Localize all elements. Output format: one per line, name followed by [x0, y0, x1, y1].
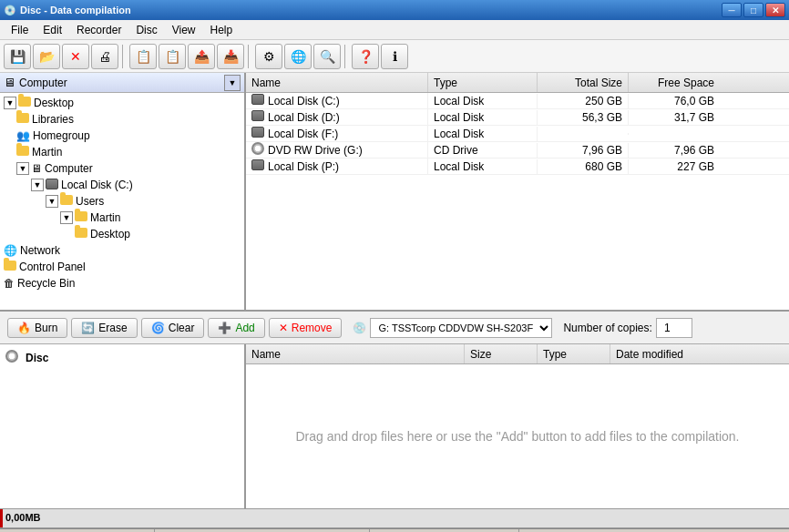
- toolbar-export[interactable]: 📤: [188, 44, 215, 69]
- maximize-button[interactable]: □: [743, 3, 763, 17]
- network-icon-homegroup: 👥: [16, 129, 30, 142]
- tree-item-computer[interactable]: ▼ 🖥 Computer: [2, 160, 242, 177]
- toolbar-open[interactable]: 📂: [33, 44, 60, 69]
- minimize-button[interactable]: ─: [722, 3, 742, 17]
- col-header-name[interactable]: Name: [246, 73, 428, 92]
- toolbar-delete[interactable]: ✕: [62, 44, 89, 69]
- tree-item-control-panel[interactable]: Control Panel: [2, 259, 242, 275]
- cd-icon-row3: [251, 142, 264, 158]
- drag-drop-area: Drag and drop files here or use the "Add…: [246, 364, 789, 508]
- disc-panel: Disc: [0, 344, 246, 508]
- expand-users[interactable]: ▼: [46, 195, 58, 208]
- col-header-total-size[interactable]: Total Size: [538, 73, 629, 92]
- tree-item-network[interactable]: 🌐 Network: [2, 242, 242, 259]
- progress-label: 0,00MB: [0, 509, 46, 526]
- drive-icon: 💿: [353, 322, 366, 334]
- file-cell-name-4: Local Disk (P:): [246, 159, 428, 174]
- folder-icon-libraries: [16, 113, 29, 126]
- copies-input[interactable]: [656, 318, 692, 338]
- toolbar-separator-1: [122, 45, 126, 68]
- files-col-type[interactable]: Type: [538, 344, 610, 363]
- window-controls: ─ □ ✕: [722, 3, 785, 17]
- files-col-modified[interactable]: Date modified: [610, 344, 789, 363]
- toolbar-settings[interactable]: ⚙: [255, 44, 282, 69]
- toolbar-new[interactable]: 💾: [4, 44, 31, 69]
- menu-edit[interactable]: Edit: [36, 22, 69, 38]
- burn-button[interactable]: 🔥 Burn: [7, 318, 67, 338]
- menu-disc[interactable]: Disc: [128, 22, 164, 38]
- copies-label: Number of copies:: [563, 322, 651, 334]
- menu-recorder[interactable]: Recorder: [69, 22, 128, 38]
- tree-item-users[interactable]: ▼ Users: [2, 193, 242, 210]
- folder-icon-control: [4, 261, 16, 273]
- main-content: 🖥 Computer ▼ ▼ Desktop Libraries: [0, 73, 789, 312]
- toolbar-help[interactable]: ❓: [352, 44, 379, 69]
- erase-icon: 🔄: [81, 322, 95, 334]
- tree-dropdown-button[interactable]: ▼: [224, 75, 241, 91]
- file-cell-free-0: 76,0 GB: [629, 94, 720, 108]
- menu-help[interactable]: Help: [203, 22, 241, 38]
- add-icon: ➕: [218, 322, 231, 334]
- tree-item-desktop[interactable]: ▼ Desktop: [2, 95, 242, 111]
- file-cell-size-3: 7,96 GB: [538, 143, 629, 158]
- toolbar-network[interactable]: 🌐: [284, 44, 312, 69]
- tree-panel: 🖥 Computer ▼ ▼ Desktop Libraries: [0, 73, 246, 310]
- expand-martin2[interactable]: ▼: [60, 211, 73, 224]
- col-header-free-space[interactable]: Free Space: [629, 73, 720, 92]
- files-col-size[interactable]: Size: [465, 344, 538, 363]
- files-col-name[interactable]: Name: [246, 344, 465, 363]
- remove-button[interactable]: ✕ Remove: [269, 318, 343, 338]
- expand-local-c[interactable]: ▼: [31, 179, 44, 191]
- drive-select[interactable]: G: TSSTcorp CDDVDW SH-S203F: [370, 318, 552, 338]
- clear-button[interactable]: 🌀 Clear: [141, 318, 205, 338]
- file-row-1[interactable]: Local Disk (D:) Local Disk 56,3 GB 31,7 …: [246, 109, 789, 126]
- tree-body: ▼ Desktop Libraries 👥 Homegroup: [0, 93, 244, 310]
- file-row-4[interactable]: Local Disk (P:) Local Disk 680 GB 227 GB: [246, 159, 789, 175]
- title-text: Disc - Data compilation: [20, 5, 722, 15]
- menu-file[interactable]: File: [4, 22, 36, 38]
- tree-item-desktop2[interactable]: Desktop: [2, 226, 242, 242]
- remove-icon: ✕: [279, 322, 288, 334]
- file-row-2[interactable]: Local Disk (F:) Local Disk: [246, 126, 789, 142]
- hdd-icon-c: [46, 179, 58, 192]
- toolbar-paste[interactable]: 📋: [159, 44, 186, 69]
- file-cell-type-3: CD Drive: [428, 143, 538, 158]
- progress-container: 0,00MB: [0, 509, 789, 527]
- close-button[interactable]: ✕: [765, 3, 785, 17]
- clear-icon: 🌀: [151, 322, 165, 334]
- computer-icon: 🖥: [4, 76, 15, 89]
- progress-bar-area: 0,00MB: [0, 508, 789, 528]
- tree-item-libraries[interactable]: Libraries: [2, 111, 242, 128]
- toolbar-copy[interactable]: 📋: [129, 44, 157, 69]
- expand-desktop[interactable]: ▼: [4, 97, 16, 109]
- col-header-type[interactable]: Type: [428, 73, 538, 92]
- computer-icon-tree: 🖥: [31, 162, 42, 175]
- toolbar-print[interactable]: 🖨: [91, 44, 118, 69]
- file-list-panel: Name Type Total Size Free Space Local Di…: [246, 73, 789, 310]
- file-row-3[interactable]: DVD RW Drive (G:) CD Drive 7,96 GB 7,96 …: [246, 142, 789, 159]
- add-button[interactable]: ➕ Add: [208, 318, 264, 338]
- menu-view[interactable]: View: [165, 22, 203, 38]
- file-list-body: Local Disk (C:) Local Disk 250 GB 76,0 G…: [246, 93, 789, 310]
- toolbar-info[interactable]: ℹ: [381, 44, 408, 69]
- erase-button[interactable]: 🔄 Erase: [71, 318, 137, 338]
- file-cell-name-2: Local Disk (F:): [246, 126, 428, 141]
- hdd-icon-row2: [251, 127, 264, 140]
- tree-item-martin[interactable]: Martin: [2, 144, 242, 160]
- toolbar-import[interactable]: 📥: [217, 44, 244, 69]
- toolbar-search[interactable]: 🔍: [313, 44, 341, 69]
- burn-icon: 🔥: [17, 322, 31, 334]
- files-list-header: Name Size Type Date modified: [246, 344, 789, 364]
- tree-item-recycle-bin[interactable]: 🗑 Recycle Bin: [2, 275, 242, 292]
- folder-icon-martin: [16, 146, 29, 159]
- file-row-0[interactable]: Local Disk (C:) Local Disk 250 GB 76,0 G…: [246, 93, 789, 109]
- tree-item-local-c[interactable]: ▼ Local Disk (C:): [2, 177, 242, 193]
- file-cell-free-4: 227 GB: [629, 159, 720, 174]
- tree-item-homegroup[interactable]: 👥 Homegroup: [2, 128, 242, 144]
- menubar: File Edit Recorder Disc View Help: [0, 20, 789, 40]
- file-cell-size-2: [538, 133, 629, 135]
- expand-computer[interactable]: ▼: [16, 162, 29, 175]
- action-toolbar: 🔥 Burn 🔄 Erase 🌀 Clear ➕ Add ✕ Remove 💿 …: [0, 312, 789, 344]
- tree-item-martin2[interactable]: ▼ Martin: [2, 210, 242, 226]
- title-icon: 💿: [4, 5, 16, 16]
